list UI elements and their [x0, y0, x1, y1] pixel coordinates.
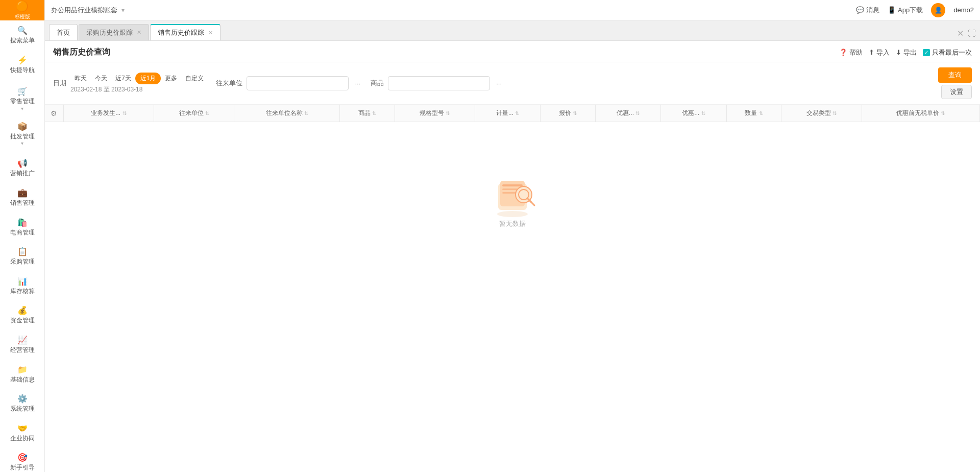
th-partner-name[interactable]: 往来单位名称 ⇅: [234, 105, 340, 122]
app-download-btn[interactable]: 📱 App下载: [888, 6, 923, 15]
export-icon: ⬇: [896, 49, 901, 56]
th-quantity[interactable]: 数量 ⇅: [726, 105, 781, 122]
table-container[interactable]: ⚙ 业务发生... ⇅ 往来单位 ⇅ 往来单位名称 ⇅: [45, 105, 980, 472]
sidebar-item-wholesale[interactable]: 📦 批发管理: [0, 116, 45, 152]
counterparty-input[interactable]: [247, 76, 349, 90]
date-btn-today[interactable]: 今天: [91, 73, 111, 84]
tab-purchase[interactable]: 采购历史价跟踪 ✕: [79, 24, 149, 40]
th-discount1[interactable]: 优惠... ⇅: [596, 105, 661, 122]
message-label: 消息: [866, 6, 879, 15]
goods-filter: 商品 ···: [371, 76, 504, 90]
close-window-btn[interactable]: ✕: [957, 29, 964, 38]
date-btn-7days[interactable]: 近7天: [111, 73, 135, 84]
export-btn[interactable]: ⬇ 导出: [896, 48, 917, 57]
breadcrumb-title: 办公用品行业模拟账套: [51, 6, 117, 15]
th-trade-type[interactable]: 交易类型 ⇅: [781, 105, 862, 122]
query-button[interactable]: 查询: [938, 67, 972, 83]
sidebar-item-quick-nav[interactable]: ⚡ 快捷导航: [0, 50, 45, 80]
date-filter-group: 日期 昨天 今天 近7天 近1月 更多 自定义 2023-02-18 至 202…: [53, 73, 208, 94]
sales-icon: 💼: [17, 188, 28, 198]
sort-partner-code[interactable]: ⇅: [205, 110, 209, 116]
username[interactable]: demo2: [953, 6, 974, 14]
only-last-label: 只看最后一次: [932, 48, 972, 57]
sidebar-item-ecommerce[interactable]: 🛍️ 电商管理: [0, 213, 45, 242]
sidebar-item-inventory[interactable]: 📊 库存核算: [0, 271, 45, 301]
sort-trade-type[interactable]: ⇅: [832, 110, 837, 116]
th-quantity-label: 数量: [745, 109, 757, 116]
sort-partner-name[interactable]: ⇅: [304, 110, 308, 116]
sidebar-item-label: 营销推广: [10, 170, 35, 178]
th-pretax-price-label: 优惠前无税单价: [896, 109, 939, 116]
goods-input[interactable]: [388, 76, 490, 90]
th-pretax-price[interactable]: 优惠前无税单价 ⇅: [862, 105, 979, 122]
sort-quantity[interactable]: ⇅: [759, 110, 763, 116]
message-btn[interactable]: 💬 消息: [856, 6, 879, 15]
date-btn-more[interactable]: 更多: [161, 73, 181, 84]
sidebar-item-system[interactable]: ⚙️ 系统管理: [0, 389, 45, 418]
quicknav-icon: ⚡: [17, 55, 28, 65]
sort-biz-date[interactable]: ⇅: [122, 110, 127, 116]
import-btn[interactable]: ⬆ 导入: [869, 48, 890, 57]
tab-sales[interactable]: 销售历史价跟踪 ✕: [150, 24, 220, 40]
svg-rect-3: [502, 184, 523, 186]
sidebar-item-retail[interactable]: 🛒 零售管理: [0, 81, 45, 116]
help-label: 帮助: [849, 48, 863, 57]
th-unit[interactable]: 计量... ⇅: [475, 105, 540, 122]
sidebar-item-marketing[interactable]: 📢 营销推广: [0, 153, 45, 183]
logo[interactable]: 🟠 标橙版: [0, 0, 45, 20]
sidebar-item-label: 零售管理: [10, 98, 35, 106]
th-spec[interactable]: 规格型号 ⇅: [395, 105, 475, 122]
sidebar-item-label: 批发管理: [10, 133, 35, 141]
sort-unit[interactable]: ⇅: [515, 110, 519, 116]
date-btn-1month[interactable]: 近1月: [135, 73, 161, 84]
tab-sales-close[interactable]: ✕: [208, 30, 213, 36]
tab-bar: 首页 采购历史价跟踪 ✕ 销售历史价跟踪 ✕ ✕ ⛶: [45, 20, 980, 41]
sidebar-item-label: 资金管理: [10, 317, 35, 325]
sidebar-item-basic-info[interactable]: 📁 基础信息: [0, 360, 45, 389]
sort-discount2[interactable]: ⇅: [701, 110, 705, 116]
sidebar: 🟠 标橙版 🔍 搜索菜单 ⚡ 快捷导航 🛒 零售管理 📦 批发管理 📢 营销推广…: [0, 0, 45, 472]
tab-purchase-close[interactable]: ✕: [137, 29, 141, 36]
help-icon: ❓: [839, 49, 847, 56]
sidebar-item-purchase[interactable]: 📋 采购管理: [0, 242, 45, 271]
sidebar-item-label: 库存核算: [10, 288, 35, 296]
search-icon: 🔍: [17, 26, 28, 35]
sidebar-item-finance[interactable]: 💰 资金管理: [0, 300, 45, 330]
counterparty-select-btn[interactable]: ···: [353, 80, 362, 87]
goods-select-btn[interactable]: ···: [494, 80, 504, 87]
sidebar-item-guide[interactable]: 🎯 新手引导: [0, 447, 45, 472]
maximize-window-btn[interactable]: ⛶: [968, 29, 976, 38]
column-settings-icon[interactable]: ⚙: [51, 109, 57, 117]
date-btn-custom[interactable]: 自定义: [181, 73, 208, 84]
sort-pretax-price[interactable]: ⇅: [941, 110, 945, 116]
sidebar-item-sales-mgmt[interactable]: 💼 销售管理: [0, 183, 45, 213]
marketing-icon: 📢: [17, 158, 28, 168]
breadcrumb-dropdown-icon[interactable]: ▾: [121, 7, 125, 14]
th-partner-code[interactable]: 往来单位 ⇅: [154, 105, 234, 122]
only-last-checkbox[interactable]: ✓ 只看最后一次: [923, 48, 972, 57]
date-btn-yesterday[interactable]: 昨天: [70, 73, 91, 84]
th-goods-label: 商品: [358, 109, 371, 116]
counterparty-label: 往来单位: [216, 79, 242, 88]
sort-spec[interactable]: ⇅: [446, 110, 450, 116]
sort-goods[interactable]: ⇅: [372, 110, 376, 116]
sort-discount1[interactable]: ⇅: [635, 110, 640, 116]
help-btn[interactable]: ❓ 帮助: [839, 48, 863, 57]
page-title-actions: ❓ 帮助 ⬆ 导入 ⬇ 导出 ✓ 只看最后一次: [839, 48, 972, 57]
sidebar-item-enterprise-coop[interactable]: 🤝 企业协同: [0, 418, 45, 448]
sidebar-item-operation[interactable]: 📈 经营管理: [0, 330, 45, 360]
sidebar-item-label: 基础信息: [10, 376, 35, 384]
sort-quote[interactable]: ⇅: [573, 110, 577, 116]
th-quote-label: 报价: [559, 109, 571, 116]
th-goods[interactable]: 商品 ⇅: [339, 105, 395, 122]
inventory-icon: 📊: [17, 276, 28, 286]
retail-icon: 🛒: [17, 86, 28, 96]
coop-icon: 🤝: [17, 423, 28, 433]
th-biz-date[interactable]: 业务发生... ⇅: [63, 105, 154, 122]
sidebar-item-search[interactable]: 🔍 搜索菜单: [0, 20, 45, 50]
th-quote[interactable]: 报价 ⇅: [541, 105, 596, 122]
tab-home[interactable]: 首页: [49, 24, 78, 40]
th-discount2[interactable]: 优惠... ⇅: [661, 105, 726, 122]
settings-button[interactable]: 设置: [941, 85, 972, 99]
user-avatar[interactable]: 👤: [931, 3, 945, 17]
